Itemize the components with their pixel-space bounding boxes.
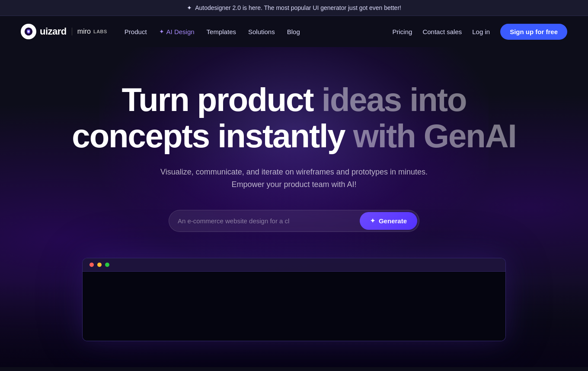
browser-window: [82, 258, 506, 341]
ai-sparkle-icon: ✦: [159, 28, 164, 35]
hero-title-word1: Turn product: [121, 81, 313, 118]
nav-contact-sales-link[interactable]: Contact sales: [422, 28, 462, 35]
svg-point-1: [28, 31, 30, 33]
browser-minimize-dot: [97, 263, 102, 267]
browser-maximize-dot: [105, 263, 109, 267]
announcement-bar: ✦ Autodesigner 2.0 is here. The most pop…: [0, 0, 588, 16]
announcement-text: Autodesigner 2.0 is here. The most popul…: [195, 4, 401, 11]
generate-bar: ✦ Generate: [169, 210, 419, 232]
nav-link-blog[interactable]: Blog: [287, 28, 300, 35]
miro-labs-group: miro LABS: [72, 28, 107, 35]
hero-content: Turn product ideas into concepts instant…: [17, 82, 571, 341]
brand-name: uizard: [40, 26, 67, 37]
generate-sparkle-icon: ✦: [370, 217, 375, 224]
navbar: uizard miro LABS Product ✦ AI Design Tem…: [0, 16, 588, 47]
nav-login-link[interactable]: Log in: [472, 28, 490, 35]
hero-title-word2: ideas into: [322, 81, 467, 118]
miro-text: miro: [77, 28, 91, 35]
generate-button[interactable]: ✦ Generate: [360, 212, 417, 230]
signup-button[interactable]: Sign up for free: [500, 24, 567, 40]
labs-badge: LABS: [93, 29, 107, 34]
hero-title: Turn product ideas into concepts instant…: [17, 82, 571, 154]
logo-circle-icon: [21, 24, 36, 39]
hero-title-word3: concepts instantly: [72, 117, 345, 154]
uizard-logo[interactable]: uizard: [21, 24, 67, 39]
browser-close-dot: [89, 263, 94, 267]
browser-chrome-bar: [83, 258, 505, 272]
announcement-sparkle-icon: ✦: [187, 4, 192, 11]
nav-link-templates[interactable]: Templates: [207, 28, 236, 35]
logo-group: uizard miro LABS: [21, 24, 107, 39]
nav-right: Pricing Contact sales Log in Sign up for…: [393, 24, 567, 40]
nav-link-product[interactable]: Product: [125, 28, 147, 35]
hero-section: Turn product ideas into concepts instant…: [0, 47, 588, 367]
browser-content-area: [83, 272, 505, 341]
nav-link-solutions[interactable]: Solutions: [248, 28, 275, 35]
nav-left: uizard miro LABS Product ✦ AI Design Tem…: [21, 24, 300, 39]
nav-link-ai-design[interactable]: ✦ AI Design: [159, 28, 195, 35]
generate-input[interactable]: [169, 211, 358, 231]
nav-links: Product ✦ AI Design Templates Solutions …: [125, 28, 300, 35]
hero-subtitle: Visualize, communicate, and iterate on w…: [156, 166, 432, 191]
generate-button-label: Generate: [379, 217, 407, 225]
hero-title-word4: with GenAI: [353, 117, 516, 154]
preview-container: [82, 258, 506, 341]
nav-pricing-link[interactable]: Pricing: [393, 28, 412, 35]
